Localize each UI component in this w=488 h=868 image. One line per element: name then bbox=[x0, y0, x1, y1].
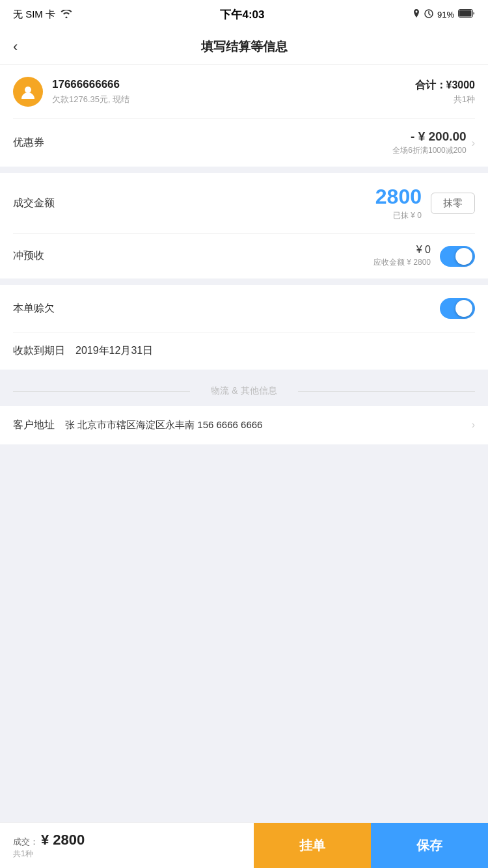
precollect-label: 冲预收 bbox=[13, 249, 44, 263]
amount-row: 成交金额 2800 已抹 ¥ 0 抹零 bbox=[13, 173, 475, 233]
status-left: 无 SIM 卡 bbox=[13, 8, 72, 21]
svg-point-3 bbox=[25, 87, 31, 93]
coupon-row[interactable]: 优惠券 - ¥ 200.00 全场6折满1000减200 › bbox=[13, 118, 475, 167]
coupon-label: 优惠券 bbox=[13, 136, 44, 150]
debit-card: 本单赊欠 收款到期日 2019年12月31日 bbox=[0, 285, 488, 370]
precollect-sub: 应收金额 ¥ 2800 bbox=[373, 257, 431, 268]
amount-label: 成交金额 bbox=[13, 197, 55, 210]
battery-icon bbox=[458, 9, 475, 20]
duedate-label: 收款到期日 bbox=[13, 344, 65, 358]
chevron-right-icon: › bbox=[472, 137, 475, 149]
page-title: 填写结算等信息 bbox=[201, 38, 288, 55]
clock-icon bbox=[424, 9, 433, 20]
coupon-discount: - ¥ 200.00 bbox=[392, 129, 466, 144]
customer-left: 17666666666 欠款1276.35元, 现结 bbox=[13, 77, 129, 107]
svg-rect-2 bbox=[459, 10, 471, 17]
customer-right: 合计：¥3000 共1种 bbox=[415, 79, 476, 105]
address-row[interactable]: 客户地址 张 北京市市辖区海淀区永丰南 156 6666 6666 › bbox=[13, 406, 475, 444]
battery-text: 91% bbox=[437, 10, 454, 20]
footer-amount: ¥ 2800 bbox=[41, 832, 85, 848]
duedate-row: 收款到期日 2019年12月31日 bbox=[13, 332, 475, 370]
amount-sub: 已抹 ¥ 0 bbox=[375, 210, 422, 221]
amount-card: 成交金额 2800 已抹 ¥ 0 抹零 冲预收 ¥ 0 应收金额 ¥ 2800 bbox=[0, 173, 488, 278]
amount-right: 2800 已抹 ¥ 0 抹零 bbox=[375, 185, 475, 221]
precollect-right: ¥ 0 应收金额 ¥ 2800 bbox=[373, 244, 475, 268]
precollect-amount: ¥ 0 应收金额 ¥ 2800 bbox=[373, 244, 431, 268]
address-card[interactable]: 客户地址 张 北京市市辖区海淀区永丰南 156 6666 6666 › bbox=[0, 406, 488, 444]
address-label: 客户地址 bbox=[13, 418, 59, 432]
logistics-label: 物流 & 其他信息 bbox=[211, 385, 277, 397]
total-count: 共1种 bbox=[415, 94, 476, 105]
nav-bar: ‹ 填写结算等信息 bbox=[0, 29, 488, 65]
coupon-right: - ¥ 200.00 全场6折满1000减200 › bbox=[392, 129, 475, 156]
footer-info: 成交： ¥ 2800 共1种 bbox=[0, 832, 254, 860]
debit-toggle[interactable] bbox=[440, 298, 475, 319]
toggle-knob bbox=[455, 248, 472, 265]
address-chevron-icon: › bbox=[472, 419, 475, 431]
footer-count: 共1种 bbox=[13, 848, 241, 860]
footer-deal-label: 成交： bbox=[13, 836, 38, 848]
logistics-divider: 物流 & 其他信息 bbox=[0, 385, 488, 397]
round-button[interactable]: 抹零 bbox=[431, 193, 475, 214]
wifi-icon bbox=[61, 9, 72, 20]
address-value: 张 北京市市辖区海淀区永丰南 156 6666 6666 bbox=[59, 418, 472, 433]
precollect-value: ¥ 0 bbox=[373, 244, 431, 256]
location-icon bbox=[413, 9, 420, 20]
status-right: 91% bbox=[413, 9, 475, 20]
content: 17666666666 欠款1276.35元, 现结 合计：¥3000 共1种 … bbox=[0, 65, 488, 503]
coupon-info: - ¥ 200.00 全场6折满1000减200 bbox=[392, 129, 466, 156]
amount-value: 2800 bbox=[375, 185, 422, 209]
customer-info: 17666666666 欠款1276.35元, 现结 bbox=[52, 78, 129, 105]
customer-card: 17666666666 欠款1276.35元, 现结 合计：¥3000 共1种 … bbox=[0, 65, 488, 167]
amount-info: 2800 已抹 ¥ 0 bbox=[375, 185, 422, 221]
debit-row: 本单赊欠 bbox=[13, 285, 475, 332]
logistics-section: 物流 & 其他信息 bbox=[0, 376, 488, 406]
customer-phone: 17666666666 bbox=[52, 78, 129, 91]
debit-label: 本单赊欠 bbox=[13, 302, 55, 316]
customer-sub: 欠款1276.35元, 现结 bbox=[52, 94, 129, 105]
carrier-text: 无 SIM 卡 bbox=[13, 8, 55, 21]
precollect-toggle[interactable] bbox=[440, 246, 475, 267]
total-value: 合计：¥3000 bbox=[415, 79, 476, 92]
debit-toggle-knob bbox=[455, 300, 472, 317]
status-bar: 无 SIM 卡 下午4:03 91% bbox=[0, 0, 488, 29]
back-button[interactable]: ‹ bbox=[13, 38, 18, 55]
save-button[interactable]: 保存 bbox=[371, 823, 488, 869]
avatar bbox=[13, 77, 43, 107]
hang-button[interactable]: 挂单 bbox=[254, 823, 371, 869]
precollect-row: 冲预收 ¥ 0 应收金额 ¥ 2800 bbox=[13, 233, 475, 278]
customer-row: 17666666666 欠款1276.35元, 现结 合计：¥3000 共1种 bbox=[13, 65, 475, 118]
duedate-value: 2019年12月31日 bbox=[75, 344, 153, 358]
status-time: 下午4:03 bbox=[220, 7, 264, 22]
coupon-desc: 全场6折满1000减200 bbox=[392, 145, 466, 156]
footer: 成交： ¥ 2800 共1种 挂单 保存 bbox=[0, 822, 488, 868]
